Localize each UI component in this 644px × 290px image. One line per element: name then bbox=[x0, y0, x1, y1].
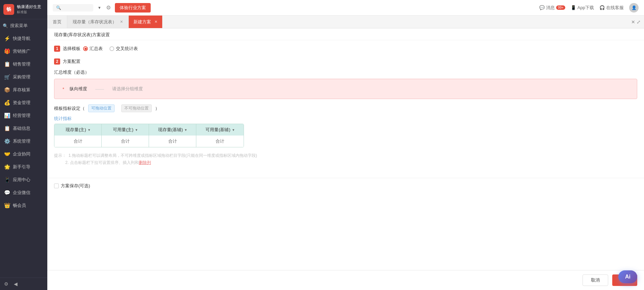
stats-col2-dropdown[interactable]: ▾ bbox=[135, 128, 138, 132]
app-badge: 标准版 bbox=[17, 10, 41, 15]
required-dimension-area: * 纵向维度 —— 请选择分组维度 bbox=[54, 79, 637, 99]
stats-header-col3[interactable]: 现存量(基辅) ▾ bbox=[149, 124, 196, 136]
section2-block: 2 方案配置 汇总维度（必选） * 纵向维度 —— 请选择分组维度 bbox=[54, 58, 637, 166]
message-icon: 💬 bbox=[539, 5, 545, 10]
finance-icon: 💰 bbox=[4, 100, 10, 106]
dimension-required-label: 汇总维度（必选） bbox=[54, 69, 637, 75]
sidebar-item-enterprise[interactable]: 🤝 企业协同 bbox=[0, 148, 47, 161]
sidebar-search[interactable]: 🔍 搜索菜单 bbox=[0, 19, 47, 32]
tip1: 提示： 1.拖动标题栏可以调整布局，不可跨维度或指标区域拖动栏目字段(只能在同一… bbox=[54, 153, 637, 159]
expand-panel-button[interactable]: ⤢ bbox=[637, 19, 641, 25]
topbar-right: 💬 消息 99+ 📱 App下载 🎧 在线客服 👤 bbox=[539, 3, 639, 13]
sidebar-item-member[interactable]: 👑 畅会员 bbox=[0, 199, 47, 212]
tab-new-scheme-close[interactable]: ✕ bbox=[154, 20, 157, 24]
sidebar-item-label: 采购管理 bbox=[13, 74, 30, 80]
online-service-item[interactable]: 🎧 在线客服 bbox=[599, 5, 624, 11]
ai-float-button[interactable]: Ai bbox=[618, 270, 637, 283]
indicator-close-paren: ） bbox=[155, 105, 159, 112]
save-checkbox[interactable] bbox=[54, 184, 59, 188]
sidebar-item-label: 企业微信 bbox=[13, 190, 30, 196]
enterprise-icon: 🤝 bbox=[4, 151, 10, 157]
stats-col4-dropdown[interactable]: ▾ bbox=[232, 128, 234, 132]
new-guide-icon: 🌟 bbox=[4, 164, 10, 170]
wechat-icon: 💬 bbox=[4, 190, 10, 196]
sidebar-item-new-guide[interactable]: 🌟 新手引导 bbox=[0, 161, 47, 173]
sidebar-item-app-center[interactable]: 📱 应用中心 bbox=[0, 173, 47, 186]
indicator-label-text: 模板指标设定（ bbox=[54, 105, 85, 112]
radio-cross[interactable]: 交叉统计表 bbox=[109, 46, 138, 52]
stats-body-col2: 合计 bbox=[102, 136, 149, 147]
sidebar-item-system[interactable]: ⚙️ 系统管理 bbox=[0, 135, 47, 148]
user-avatar[interactable]: 👤 bbox=[629, 3, 639, 13]
avatar-icon: 👤 bbox=[631, 5, 637, 10]
radio-summary[interactable]: 汇总表 bbox=[83, 46, 103, 52]
app-center-icon: 📱 bbox=[4, 177, 10, 183]
cancel-button[interactable]: 取消 bbox=[583, 274, 608, 286]
settings-icon[interactable]: ⚙ bbox=[4, 281, 8, 287]
messages-badge: 99+ bbox=[556, 5, 565, 10]
template-radio-group: 汇总表 交叉统计表 bbox=[83, 46, 138, 52]
phone-icon: 📱 bbox=[571, 5, 576, 10]
stats-header-col2[interactable]: 可用量(主) ▾ bbox=[102, 124, 149, 136]
sidebar-item-label: 畅会员 bbox=[13, 202, 26, 209]
stats-col3-dropdown[interactable]: ▾ bbox=[185, 128, 187, 132]
sidebar-item-purchase[interactable]: 🛒 采购管理 bbox=[0, 71, 47, 83]
sidebar-item-inventory[interactable]: 📦 库存核算 bbox=[0, 83, 47, 96]
topbar-gear-icon[interactable]: ⚙ bbox=[106, 4, 111, 11]
vertical-dimension-label: 纵向维度 bbox=[70, 86, 87, 92]
online-service-label: 在线客服 bbox=[606, 5, 624, 11]
tabs-bar: 首页 现存量（库存状况表） ✕ 新建方案 ✕ ✕ ⤢ bbox=[47, 16, 644, 28]
app-download-item[interactable]: 📱 App下载 bbox=[571, 5, 594, 11]
logo-icon: 畅 bbox=[3, 4, 14, 15]
inventory-icon: 📦 bbox=[4, 87, 10, 93]
tab-inventory-status-close[interactable]: ✕ bbox=[120, 20, 123, 24]
sidebar-item-quick-nav[interactable]: ⚡ 快捷导航 bbox=[0, 32, 47, 45]
dimension-row: * 纵向维度 —— 请选择分组维度 bbox=[63, 86, 629, 92]
stats-header-col1[interactable]: 现存量(主) ▾ bbox=[54, 124, 102, 136]
dimension-placeholder: 请选择分组维度 bbox=[112, 86, 143, 92]
sidebar-logo: 畅 畅康通好生意 标准版 bbox=[0, 0, 47, 19]
messages-item[interactable]: 💬 消息 99+ bbox=[539, 5, 565, 11]
delete-link[interactable]: 删除列 bbox=[139, 160, 151, 165]
save-option-label: 方案保存(可选) bbox=[61, 183, 90, 189]
section1-block: 1 选择模板 汇总表 交叉统计表 bbox=[54, 46, 637, 52]
radio-cross-circle bbox=[109, 46, 114, 51]
tab-inventory-status-label: 现存量（库存状况表） bbox=[73, 19, 117, 25]
section2-title: 方案配置 bbox=[63, 58, 80, 65]
close-panel-button[interactable]: ✕ bbox=[631, 19, 635, 25]
stats-col1-dropdown[interactable]: ▾ bbox=[88, 128, 90, 132]
dimension-separator: —— bbox=[95, 87, 104, 92]
trial-button[interactable]: 体验行业方案 bbox=[115, 3, 151, 13]
topbar: 🔍 ▾ ⚙ 体验行业方案 💬 消息 99+ 📱 App下载 🎧 在线客服 bbox=[47, 0, 644, 16]
app-download-label: App下载 bbox=[577, 5, 594, 11]
sidebar-item-operations[interactable]: 📊 经营管理 bbox=[0, 109, 47, 122]
sidebar-item-marketing[interactable]: 🎁 营销推广 bbox=[0, 45, 47, 58]
stats-body-row: 合计 合计 合计 合计 bbox=[54, 136, 244, 147]
tab-home[interactable]: 首页 bbox=[47, 16, 67, 28]
sidebar-item-finance[interactable]: 💰 资金管理 bbox=[0, 96, 47, 109]
tips-area: 提示： 1.拖动标题栏可以调整布局，不可跨维度或指标区域拖动栏目字段(只能在同一… bbox=[54, 153, 637, 166]
member-icon: 👑 bbox=[4, 202, 10, 209]
sales-icon: 📋 bbox=[4, 61, 10, 67]
sidebar-item-wechat[interactable]: 💬 企业微信 bbox=[0, 186, 47, 199]
sidebar-item-label: 基础信息 bbox=[13, 125, 30, 131]
form-section: 1 选择模板 汇总表 交叉统计表 bbox=[47, 40, 644, 178]
stats-header-col4[interactable]: 可用量(基辅) ▾ bbox=[196, 124, 244, 136]
collapse-icon[interactable]: ◀ bbox=[14, 281, 18, 287]
app-name: 畅康通好生意 bbox=[17, 4, 41, 10]
radio-summary-label: 汇总表 bbox=[90, 46, 103, 52]
sidebar-item-label: 快捷导航 bbox=[13, 35, 30, 42]
stats-col3-label: 现存量(基辅) bbox=[158, 127, 183, 133]
topbar-search[interactable]: 🔍 bbox=[53, 4, 93, 11]
section1-number: 1 bbox=[54, 46, 60, 52]
sidebar-item-basic-info[interactable]: 📋 基础信息 bbox=[0, 122, 47, 135]
sidebar-item-sales[interactable]: 📋 销售管理 bbox=[0, 58, 47, 71]
stats-title: 统计指标 bbox=[54, 116, 637, 122]
tabs-right-actions: ✕ ⤢ bbox=[628, 16, 644, 28]
required-star: * bbox=[63, 87, 64, 92]
tab-new-scheme[interactable]: 新建方案 ✕ bbox=[129, 16, 163, 28]
logo-text: 畅康通好生意 标准版 bbox=[17, 4, 41, 15]
sidebar-item-label: 应用中心 bbox=[13, 177, 30, 183]
tab-inventory-status[interactable]: 现存量（库存状况表） ✕ bbox=[67, 16, 129, 28]
topbar-dropdown-btn[interactable]: ▾ bbox=[97, 5, 101, 10]
